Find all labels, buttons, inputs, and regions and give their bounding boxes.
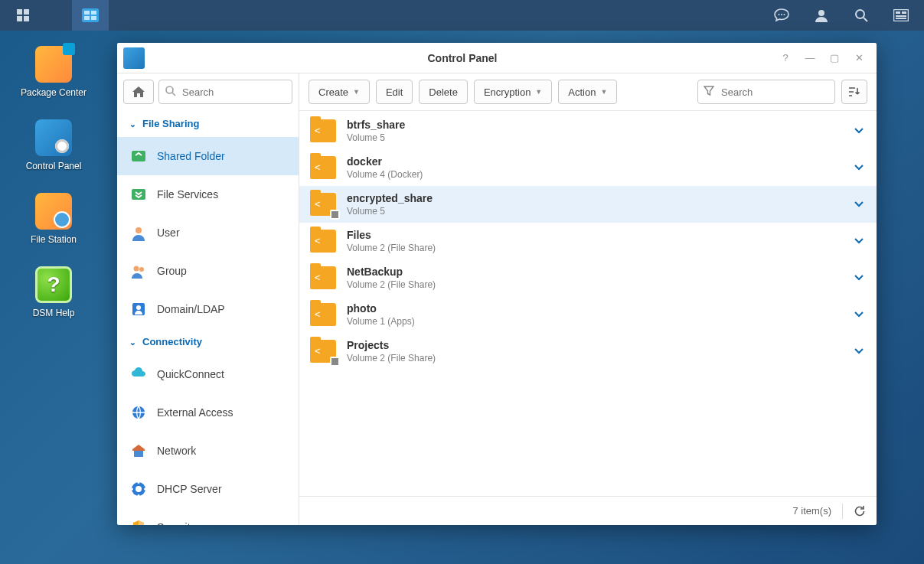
folder-row[interactable]: <NetBackupVolume 2 (File Share)	[299, 259, 877, 296]
domain-ldap-icon	[129, 300, 148, 318]
sidebar-item-label: External Access	[157, 406, 233, 419]
expand-button[interactable]	[854, 127, 864, 135]
create-button[interactable]: Create▼	[309, 80, 370, 104]
control-panel-taskbar-icon	[82, 8, 99, 22]
sidebar-home-button[interactable]	[123, 80, 154, 104]
svg-point-11	[784, 14, 785, 15]
window-maximize-button[interactable]: ▢	[823, 47, 846, 70]
search-button[interactable]	[843, 0, 880, 31]
desktop-icon-control-panel[interactable]: Control Panel	[0, 119, 107, 171]
folder-row[interactable]: <FilesVolume 2 (File Share)	[299, 223, 877, 259]
main-panel: Create▼ Edit Delete Encryption▼ Action▼ …	[299, 73, 877, 525]
sidebar-item-dhcp-server[interactable]: DHCP Server	[117, 470, 299, 508]
folder-row[interactable]: <photoVolume 1 (Apps)	[299, 296, 877, 333]
sidebar-item-file-services[interactable]: File Services	[117, 175, 299, 214]
desktop-icon-dsm-help[interactable]: ? DSM Help	[0, 266, 107, 318]
toolbar-search-input[interactable]	[697, 80, 835, 104]
chevron-down-icon	[854, 164, 864, 171]
shared-folder-icon: <	[310, 303, 336, 326]
taskbar-app-control-panel[interactable]	[72, 0, 109, 31]
user-menu-button[interactable]	[803, 0, 840, 31]
expand-button[interactable]	[854, 311, 864, 318]
sidebar-item-domain-ldap[interactable]: Domain/LDAP	[117, 290, 299, 328]
folder-row[interactable]: <dockerVolume 4 (Docker)	[299, 149, 877, 186]
sidebar-section-file-sharing[interactable]: ⌃File Sharing	[117, 110, 299, 137]
sidebar-section-title: Connectivity	[142, 336, 202, 347]
grid-icon	[16, 8, 30, 22]
sidebar-search-input[interactable]	[158, 80, 292, 104]
action-button[interactable]: Action▼	[558, 80, 617, 104]
folder-row[interactable]: <ProjectsVolume 2 (File Share)	[299, 333, 877, 370]
svg-rect-5	[84, 11, 90, 15]
caret-down-icon: ▼	[353, 88, 360, 96]
sidebar-section-title: File Sharing	[142, 118, 199, 129]
widgets-button[interactable]	[883, 0, 919, 31]
window-minimize-button[interactable]: —	[798, 47, 821, 70]
caret-down-icon: ▼	[535, 88, 542, 96]
folder-name: Files	[347, 229, 843, 241]
sidebar-item-label: File Services	[157, 188, 218, 200]
chevron-down-icon	[854, 347, 864, 355]
folder-name: photo	[347, 302, 843, 315]
toolbar: Create▼ Edit Delete Encryption▼ Action▼	[299, 73, 877, 111]
svg-rect-17	[902, 11, 906, 14]
dhcp-server-icon	[129, 480, 148, 498]
window-help-button[interactable]: ?	[774, 47, 797, 70]
sidebar-search	[158, 80, 292, 104]
svg-line-21	[172, 93, 175, 96]
delete-button[interactable]: Delete	[419, 80, 468, 104]
sidebar-item-label: QuickConnect	[157, 368, 224, 380]
shared-folder-icon	[129, 147, 148, 165]
sort-button[interactable]	[841, 80, 867, 104]
folder-name: NetBackup	[347, 266, 843, 278]
expand-button[interactable]	[854, 347, 864, 355]
sidebar-item-shared-folder[interactable]: Shared Folder	[117, 137, 299, 175]
window-close-button[interactable]: ✕	[847, 47, 870, 70]
main-menu-button[interactable]	[5, 0, 41, 31]
sidebar-section-connectivity[interactable]: ⌃Connectivity	[117, 328, 299, 355]
chevron-down-icon	[854, 237, 864, 245]
help-tip-icon: ?	[782, 52, 788, 64]
desktop-icon-label: Package Center	[0, 87, 107, 98]
folder-row[interactable]: <btrfs_shareVolume 5	[299, 112, 877, 149]
desktop-icon-file-station[interactable]: File Station	[0, 193, 107, 245]
expand-button[interactable]	[854, 237, 864, 245]
notifications-button[interactable]	[763, 0, 800, 31]
window-titlebar[interactable]: Control Panel ? — ▢ ✕	[117, 43, 877, 73]
share-badge-icon: <	[315, 308, 321, 320]
sort-icon	[848, 86, 860, 97]
edit-button[interactable]: Edit	[376, 80, 413, 104]
expand-button[interactable]	[854, 274, 864, 282]
encryption-button[interactable]: Encryption▼	[474, 80, 552, 104]
sidebar-item-external-access[interactable]: External Access	[117, 393, 299, 432]
folder-volume: Volume 1 (Apps)	[347, 316, 843, 327]
sidebar-item-label: Domain/LDAP	[157, 303, 225, 315]
expand-button[interactable]	[854, 200, 864, 208]
sidebar-item-user[interactable]: User	[117, 214, 299, 252]
folder-row[interactable]: <encrypted_shareVolume 5	[299, 186, 877, 223]
folder-name: encrypted_share	[347, 192, 843, 204]
svg-rect-7	[84, 16, 90, 20]
sidebar-item-network[interactable]: Network	[117, 432, 299, 470]
sidebar-item-group[interactable]: Group	[117, 252, 299, 290]
svg-point-10	[781, 14, 782, 15]
svg-point-28	[136, 305, 141, 310]
file-services-icon	[129, 185, 148, 204]
svg-rect-6	[91, 11, 96, 15]
expand-button[interactable]	[854, 164, 864, 171]
share-badge-icon: <	[315, 345, 321, 357]
svg-rect-0	[17, 9, 22, 15]
control-panel-window: Control Panel ? — ▢ ✕ ⌃File SharingS	[117, 43, 877, 525]
share-badge-icon: <	[315, 272, 321, 283]
desktop: Package Center Control Panel File Statio…	[0, 31, 122, 564]
svg-point-25	[134, 266, 139, 272]
sidebar-item-quickconnect[interactable]: QuickConnect	[117, 355, 299, 393]
divider	[842, 504, 843, 519]
desktop-icon-package-center[interactable]: Package Center	[0, 46, 107, 98]
shared-folder-icon: <	[310, 340, 336, 363]
refresh-button[interactable]	[854, 505, 866, 517]
sidebar-item-security[interactable]: Security	[117, 508, 299, 525]
chevron-up-icon: ⌃	[129, 119, 136, 129]
svg-rect-2	[17, 16, 22, 21]
svg-point-32	[135, 486, 142, 492]
